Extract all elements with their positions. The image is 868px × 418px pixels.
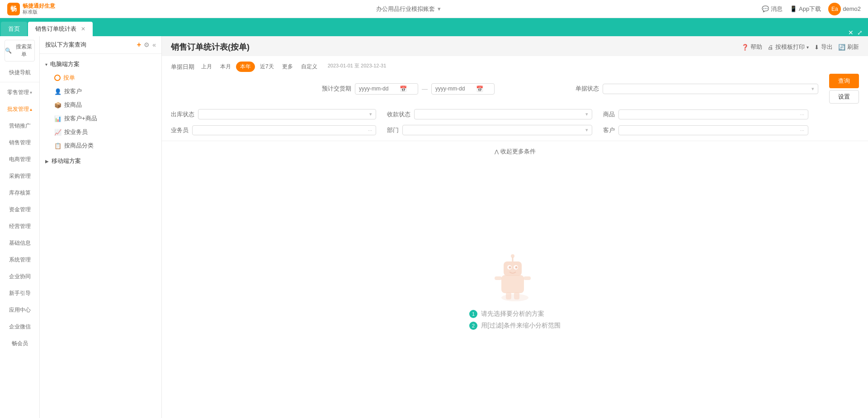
status-select[interactable]: ▾ [603, 84, 818, 94]
messages-label: 消息 [771, 5, 783, 13]
template-print-icon: 🖨 [768, 44, 774, 51]
help-btn[interactable]: ❓ 帮助 [741, 43, 762, 51]
refresh-icon: 🔄 [838, 44, 845, 51]
receipt-status-select[interactable]: ▾ [414, 109, 592, 119]
collapse-btn[interactable]: ⋀ 收起更多条件 [487, 145, 543, 158]
sidebar-item-basic[interactable]: 基础信息 [0, 235, 39, 252]
top-bar-right: 💬 消息 📱 App下载 Ea demo2 [762, 3, 861, 15]
calendar-icon-2: 📅 [476, 86, 483, 92]
query-btn[interactable]: 查询 [829, 74, 859, 88]
sidebar-divider-1 [0, 82, 39, 82]
page-header: 销售订单统计表(按单) ❓ 帮助 🖨 按模板打印 ▾ ⬇ 导出 [162, 36, 868, 56]
help-icon: ❓ [741, 44, 749, 51]
tab-home-label: 首页 [8, 25, 20, 33]
workspace-selector[interactable]: 办公用品行业模拟账套 ▾ [376, 5, 441, 13]
expected-date-end[interactable] [435, 86, 476, 92]
date-tab-custom[interactable]: 自定义 [298, 62, 321, 72]
tree-item-by-order[interactable]: 按单 [40, 71, 161, 85]
tree-section-desktop[interactable]: ▾ 电脑端方案 [40, 57, 161, 71]
enterprise-label: 企业协同 [9, 273, 31, 280]
tip-num-2: 2 [469, 322, 477, 330]
logo-icon: 畅 [7, 3, 20, 15]
date-tab-7days[interactable]: 近7天 [257, 62, 277, 72]
collapse-panel-btn[interactable]: « [152, 41, 156, 48]
by-goods-label: 按商品 [64, 101, 82, 109]
refresh-btn[interactable]: 🔄 刷新 [838, 43, 859, 51]
user-avatar-area[interactable]: Ea demo2 [828, 3, 861, 15]
sidebar-item-operation[interactable]: 经营管理 [0, 218, 39, 235]
customer-select[interactable]: ··· [618, 125, 808, 135]
quick-nav-label: 快捷导航 [9, 69, 31, 76]
tree-item-by-cust-goods[interactable]: 📊 按客户+商品 [40, 112, 161, 125]
by-cust-goods-icon: 📊 [54, 115, 61, 122]
date-tab-last-month[interactable]: 上月 [198, 62, 215, 72]
tip-2-text: 用[过滤]条件来缩小分析范围 [481, 322, 561, 330]
salesman-select[interactable]: ··· [192, 125, 376, 135]
tree-section-mobile[interactable]: ▶ 移动端方案 [40, 154, 161, 168]
by-category-icon: 📋 [54, 142, 61, 149]
app-download-label: App下载 [799, 5, 821, 13]
search-menu-btn[interactable]: 🔍 搜索菜单 [5, 40, 35, 62]
refresh-label: 刷新 [847, 43, 859, 51]
left-panel-actions: + ⚙ « [137, 41, 156, 49]
basic-label: 基础信息 [9, 239, 31, 247]
sidebar-item-finance[interactable]: 资金管理 [0, 201, 39, 218]
goods-select[interactable]: ··· [618, 109, 808, 119]
messages-btn[interactable]: 💬 消息 [762, 5, 783, 13]
expected-date-start[interactable] [359, 86, 400, 92]
logo-area: 畅 畅捷通好生意 标准版 [7, 3, 55, 15]
tab-home[interactable]: 首页 [1, 22, 27, 36]
sidebar-item-ecom[interactable]: 电商管理 [0, 151, 39, 168]
out-status-chevron-icon: ▾ [369, 111, 372, 117]
tree-item-by-salesman[interactable]: 📈 按业务员 [40, 125, 161, 139]
app-center-label: 应用中心 [9, 306, 31, 314]
customer-dots-icon: ··· [800, 128, 804, 133]
date-tab-more[interactable]: 更多 [279, 62, 296, 72]
status-chevron-icon: ▾ [811, 86, 814, 92]
tab-close-icon[interactable]: ✕ [81, 26, 85, 32]
tab-maximize-icon[interactable]: ⤢ [857, 29, 863, 36]
sidebar-item-system[interactable]: 系统管理 [0, 252, 39, 268]
main-panel: 销售订单统计表(按单) ❓ 帮助 🖨 按模板打印 ▾ ⬇ 导出 [162, 36, 868, 418]
sidebar-item-sales[interactable]: 销售管理 [0, 134, 39, 151]
tab-close-window-icon[interactable]: ✕ [848, 29, 854, 36]
by-customer-icon: 👤 [54, 88, 61, 95]
svg-rect-1 [501, 275, 524, 293]
sidebar-item-purchase[interactable]: 采购管理 [0, 168, 39, 185]
ecom-label: 电商管理 [9, 156, 31, 163]
svg-rect-12 [514, 292, 519, 299]
add-scheme-btn[interactable]: + [137, 41, 141, 49]
settings-btn[interactable]: 设置 [829, 90, 859, 104]
template-print-btn[interactable]: 🖨 按模板打印 ▾ [768, 43, 809, 51]
sidebar-item-retail[interactable]: 零售管理 ▾ [0, 84, 39, 101]
sidebar-item-inventory[interactable]: 库存核算 [0, 185, 39, 201]
sidebar-item-newbie[interactable]: 新手引导 [0, 285, 39, 302]
tab-sales-stat[interactable]: 销售订单统计表 ✕ [28, 22, 93, 36]
by-goods-icon: 📦 [54, 102, 61, 109]
tree-item-by-goods[interactable]: 📦 按商品 [40, 98, 161, 112]
sidebar-item-wholesale[interactable]: 批发管理 ▴ [0, 101, 39, 118]
app-download-btn[interactable]: 📱 App下载 [790, 5, 821, 13]
sidebar-item-marketing[interactable]: 营销推广 [0, 118, 39, 134]
tree-item-by-customer[interactable]: 👤 按客户 [40, 85, 161, 98]
wechat-label: 企业微信 [9, 323, 31, 331]
sidebar-item-wechat[interactable]: 企业微信 [0, 318, 39, 335]
dept-select[interactable]: ▾ [402, 125, 592, 135]
date-tab-this-month[interactable]: 本月 [217, 62, 234, 72]
sidebar-item-member[interactable]: 畅会员 [0, 335, 39, 352]
tree-item-by-category[interactable]: 📋 按商品分类 [40, 139, 161, 152]
date-tab-this-year[interactable]: 本年 [236, 62, 255, 72]
sidebar-item-enterprise[interactable]: 企业协同 [0, 268, 39, 285]
tab-bar-right: ✕ ⤢ [848, 29, 868, 36]
date-filter-label: 单据日期 [171, 63, 194, 71]
svg-point-6 [515, 266, 518, 269]
settings-scheme-btn[interactable]: ⚙ [144, 41, 150, 48]
left-panel: 按以下方案查询 + ⚙ « ▾ 电脑端方案 按单 👤 按客户 [40, 36, 162, 418]
export-btn[interactable]: ⬇ 导出 [814, 43, 833, 51]
receipt-status-label: 收款状态 [387, 110, 410, 119]
export-label: 导出 [821, 43, 833, 51]
help-label: 帮助 [750, 43, 762, 51]
quick-nav-btn[interactable]: 快捷导航 [0, 65, 39, 80]
out-status-select[interactable]: ▾ [198, 109, 376, 119]
sidebar-item-app-center[interactable]: 应用中心 [0, 302, 39, 318]
